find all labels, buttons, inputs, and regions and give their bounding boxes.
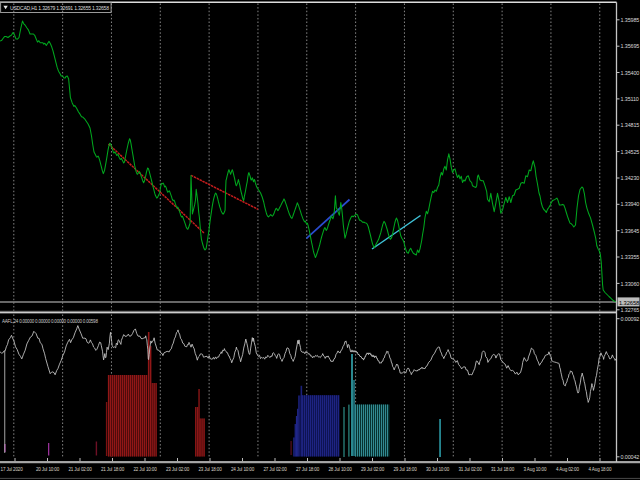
svg-text:29 Jul 18:00: 29 Jul 18:00 bbox=[393, 467, 417, 472]
svg-text:1.35400: 1.35400 bbox=[621, 70, 640, 76]
svg-text:1.33645: 1.33645 bbox=[621, 228, 640, 234]
svg-text:24 Jul 10:00: 24 Jul 10:00 bbox=[231, 467, 255, 472]
svg-text:1.35110: 1.35110 bbox=[621, 96, 639, 102]
svg-text:4 Aug 02:00: 4 Aug 02:00 bbox=[556, 467, 579, 472]
svg-text:0.00042: 0.00042 bbox=[621, 454, 640, 460]
svg-text:31 Jul 02:00: 31 Jul 02:00 bbox=[458, 467, 482, 472]
svg-text:1.32765: 1.32765 bbox=[621, 307, 640, 313]
svg-text:1.34230: 1.34230 bbox=[621, 175, 640, 181]
svg-text:1.35695: 1.35695 bbox=[621, 43, 640, 49]
svg-text:30 Jul 10:00: 30 Jul 10:00 bbox=[426, 467, 450, 472]
svg-text:21 Jul 02:00: 21 Jul 02:00 bbox=[68, 467, 92, 472]
svg-text:0.00092: 0.00092 bbox=[621, 316, 640, 322]
svg-text:3 Aug 10:00: 3 Aug 10:00 bbox=[524, 467, 547, 472]
svg-text:28 Jul 10:00: 28 Jul 10:00 bbox=[328, 467, 352, 472]
svg-text:4 Aug 18:00: 4 Aug 18:00 bbox=[589, 467, 612, 472]
svg-text:1.32658: 1.32658 bbox=[619, 300, 639, 306]
svg-text:1.35985: 1.35985 bbox=[621, 17, 640, 23]
svg-text:AAFL,24 0.00000 0.00000 0.0000: AAFL,24 0.00000 0.00000 0.00000 0.00000 … bbox=[2, 319, 98, 324]
svg-text:23 Jul 02:00: 23 Jul 02:00 bbox=[166, 467, 190, 472]
svg-text:USDCAD,H1 1.32679 1.32691 1.3: USDCAD,H1 1.32679 1.32691 1.32655 1.3265… bbox=[10, 5, 109, 11]
svg-text:27 Jul 02:00: 27 Jul 02:00 bbox=[263, 467, 287, 472]
svg-text:20 Jul 10:00: 20 Jul 10:00 bbox=[36, 467, 60, 472]
svg-text:22 Jul 10:00: 22 Jul 10:00 bbox=[133, 467, 157, 472]
svg-text:1.33060: 1.33060 bbox=[621, 281, 640, 287]
svg-text:29 Jul 02:00: 29 Jul 02:00 bbox=[361, 467, 385, 472]
svg-text:1.34815: 1.34815 bbox=[621, 122, 640, 128]
svg-text:1.33355: 1.33355 bbox=[621, 254, 640, 260]
svg-text:27 Jul 18:00: 27 Jul 18:00 bbox=[296, 467, 320, 472]
svg-text:17 Jul 2020: 17 Jul 2020 bbox=[1, 467, 24, 472]
svg-text:21 Jul 18:00: 21 Jul 18:00 bbox=[101, 467, 125, 472]
svg-text:1.33940: 1.33940 bbox=[621, 201, 640, 207]
svg-text:31 Jul 18:00: 31 Jul 18:00 bbox=[491, 467, 515, 472]
svg-text:23 Jul 18:00: 23 Jul 18:00 bbox=[198, 467, 222, 472]
svg-text:1.34525: 1.34525 bbox=[621, 149, 640, 155]
